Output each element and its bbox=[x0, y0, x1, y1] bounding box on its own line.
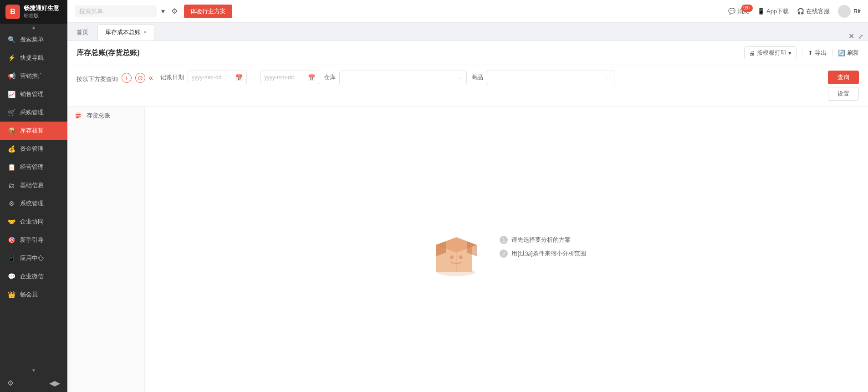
date-start-input[interactable]: yyyy-mm-dd 📅 bbox=[188, 71, 247, 84]
appcenter-icon: 📱 bbox=[7, 254, 15, 262]
system-icon: ⚙ bbox=[7, 199, 15, 208]
sidebar-item-label: 畅会员 bbox=[20, 290, 38, 299]
svg-point-11 bbox=[459, 255, 463, 259]
date-separator: — bbox=[250, 74, 256, 81]
sidebar-item-finance[interactable]: 💰 资金管理 bbox=[0, 140, 67, 158]
search-box[interactable]: 搜索菜单 bbox=[75, 5, 157, 17]
sidebar-scroll-down[interactable]: ▼ bbox=[31, 368, 36, 373]
sidebar-item-base[interactable]: 🗂 基础信息 bbox=[0, 176, 67, 194]
sidebar-item-sales[interactable]: 📈 销售管理 bbox=[0, 85, 67, 103]
calendar-end-icon[interactable]: 📅 bbox=[308, 74, 315, 81]
panel-close-btn[interactable]: ✕ bbox=[848, 32, 854, 41]
scheme-sidebar: 存货总账 bbox=[67, 107, 145, 392]
refresh-btn[interactable]: 🔄 刷新 bbox=[838, 49, 859, 57]
svg-rect-2 bbox=[76, 116, 81, 117]
warehouse-filter-row: 仓库 ··· bbox=[324, 71, 467, 84]
member-icon: 👑 bbox=[7, 290, 15, 299]
purchase-icon: 🛒 bbox=[7, 108, 15, 117]
sidebar-item-search[interactable]: 🔍 搜索菜单 bbox=[0, 31, 67, 49]
panel-expand-btn[interactable]: ⤢ bbox=[858, 33, 863, 40]
export-btn[interactable]: ⬆ 导出 bbox=[808, 49, 827, 57]
tab-inventory-ledger[interactable]: 库存成本总账 × bbox=[97, 24, 154, 41]
sidebar-item-operation[interactable]: 📋 经营管理 bbox=[0, 158, 67, 176]
product-input[interactable]: ··· bbox=[487, 71, 614, 84]
empty-state-inner: 1 请先选择要分析的方案 2 用[过滤]条件来缩小分析范围 bbox=[427, 220, 586, 279]
sidebar: B 畅捷通好生意 标准版 ▲ 🔍 搜索菜单 ⚡ 快捷导航 📢 营销推广 📈 销售… bbox=[0, 0, 67, 392]
empty-illustration bbox=[427, 220, 486, 279]
search-icon: 🔍 bbox=[7, 36, 15, 44]
tab-home-label: 首页 bbox=[77, 28, 88, 36]
sidebar-item-newguide[interactable]: 🎯 新手引导 bbox=[0, 231, 67, 249]
refresh-label: 刷新 bbox=[847, 49, 859, 57]
sidebar-item-enterprise[interactable]: 🤝 企业协同 bbox=[0, 213, 67, 231]
tab-bar: 首页 库存成本总账 × ✕ ⤢ bbox=[67, 23, 868, 41]
tab-active-label: 库存成本总账 bbox=[105, 28, 141, 36]
sidebar-scroll-up[interactable]: ▲ bbox=[31, 25, 36, 30]
filter-controls: 记账日期 yyyy-mm-dd 📅 — yyyy-mm-dd 📅 仓库 bbox=[160, 71, 821, 84]
remove-filter-btn[interactable]: ⊙ bbox=[135, 73, 145, 83]
page-header: 库存总账(存货总账) 🖨 按模板打印 ▾ ⬆ 导出 🔄 刷新 bbox=[67, 41, 868, 65]
print-btn[interactable]: 🖨 按模板打印 ▾ bbox=[744, 46, 797, 59]
sidebar-item-label: 资金管理 bbox=[20, 145, 44, 153]
scheme-icon bbox=[74, 111, 83, 120]
collapse-filter-btn[interactable]: « bbox=[149, 74, 153, 82]
svg-rect-1 bbox=[76, 114, 81, 115]
date-start-placeholder: yyyy-mm-dd bbox=[192, 74, 221, 81]
sidebar-item-label: 销售管理 bbox=[20, 90, 44, 98]
topbar-gear-icon[interactable]: ⚙ bbox=[171, 7, 178, 15]
product-more-icon[interactable]: ··· bbox=[605, 74, 610, 81]
sidebar-item-label: 采购管理 bbox=[20, 108, 44, 117]
refresh-icon: 🔄 bbox=[838, 50, 845, 56]
hint-item-2: 2 用[过滤]条件来缩小分析范围 bbox=[500, 249, 586, 258]
filter-label: 按以下方案查询 bbox=[77, 75, 118, 83]
warehouse-more-icon[interactable]: ··· bbox=[458, 74, 463, 81]
enterprise-icon: 🤝 bbox=[7, 218, 15, 226]
online-service-btn[interactable]: 🎧 在线客服 bbox=[797, 7, 830, 15]
app-label: App下载 bbox=[766, 7, 789, 15]
sidebar-item-label: 系统管理 bbox=[20, 199, 44, 208]
service-label: 在线客服 bbox=[806, 7, 830, 15]
empty-svg bbox=[427, 220, 486, 279]
sidebar-item-appcenter[interactable]: 📱 应用中心 bbox=[0, 249, 67, 267]
topbar-right: 💬 消息 99+ 📱 App下载 🎧 在线客服 Rit bbox=[728, 5, 861, 18]
sidebar-item-label: 基础信息 bbox=[20, 181, 44, 189]
settings-btn[interactable]: 设置 bbox=[828, 87, 859, 101]
collapse-btn[interactable]: ◀▶ bbox=[49, 379, 60, 387]
app-download-btn[interactable]: 📱 App下载 bbox=[757, 7, 789, 15]
msg-btn[interactable]: 💬 消息 99+ bbox=[728, 7, 749, 15]
sidebar-item-member[interactable]: 👑 畅会员 bbox=[0, 285, 67, 304]
sidebar-item-wechat[interactable]: 💬 企业微信 bbox=[0, 267, 67, 285]
query-btn[interactable]: 查询 bbox=[828, 71, 859, 84]
scheme-item-inventory[interactable]: 存货总账 bbox=[67, 107, 144, 125]
date-end-input[interactable]: yyyy-mm-dd 📅 bbox=[260, 71, 319, 84]
tab-close-btn[interactable]: × bbox=[143, 29, 147, 36]
sidebar-item-system[interactable]: ⚙ 系统管理 bbox=[0, 194, 67, 213]
marketing-icon: 📢 bbox=[7, 72, 15, 80]
settings-btn[interactable]: ⚙ bbox=[7, 379, 14, 387]
industry-btn[interactable]: 体验行业方案 bbox=[184, 5, 232, 18]
product-label: 商品 bbox=[471, 73, 483, 81]
sidebar-item-label: 库存核算 bbox=[20, 127, 44, 135]
print-dropdown-icon[interactable]: ▾ bbox=[788, 50, 791, 56]
product-filter-row: 商品 ··· bbox=[471, 71, 614, 84]
search-placeholder: 搜索菜单 bbox=[79, 7, 103, 15]
divider bbox=[802, 49, 802, 56]
sidebar-item-marketing[interactable]: 📢 营销推广 bbox=[0, 67, 67, 85]
tab-home[interactable]: 首页 bbox=[69, 24, 96, 41]
sidebar-item-label: 应用中心 bbox=[20, 254, 44, 262]
svg-point-10 bbox=[450, 255, 454, 259]
topbar-dropdown-btn[interactable]: ▾ bbox=[161, 7, 165, 15]
user-menu[interactable]: Rit bbox=[838, 5, 861, 18]
warehouse-label: 仓库 bbox=[324, 73, 336, 81]
filter-area: 按以下方案查询 + ⊙ « 记账日期 yyyy-mm-dd 📅 — yyyy-m… bbox=[67, 65, 868, 107]
add-filter-btn[interactable]: + bbox=[122, 73, 132, 83]
sidebar-item-quicknav[interactable]: ⚡ 快捷导航 bbox=[0, 49, 67, 67]
sidebar-item-inventory[interactable]: 📦 库存核算 bbox=[0, 122, 67, 140]
export-icon: ⬆ bbox=[808, 50, 813, 56]
scheme-item-label: 存货总账 bbox=[87, 112, 110, 120]
sidebar-item-purchase[interactable]: 🛒 采购管理 bbox=[0, 103, 67, 122]
calendar-start-icon[interactable]: 📅 bbox=[235, 74, 243, 81]
finance-icon: 💰 bbox=[7, 145, 15, 153]
date-end-placeholder: yyyy-mm-dd bbox=[264, 74, 294, 81]
warehouse-input[interactable]: ··· bbox=[339, 71, 467, 84]
